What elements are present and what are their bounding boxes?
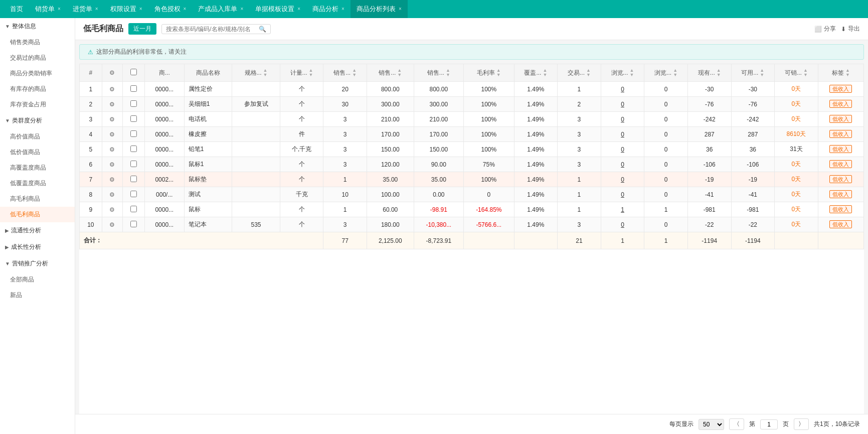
- browse-link[interactable]: 1: [621, 206, 624, 213]
- sidebar-item-销售类商品[interactable]: 销售类商品: [0, 35, 75, 50]
- cell-checkbox[interactable]: [122, 172, 144, 187]
- sort-icon-current_stock[interactable]: ▲▼: [717, 68, 721, 77]
- sidebar-item-高覆盖度商品[interactable]: 高覆盖度商品: [0, 160, 75, 176]
- browse-link[interactable]: 0: [621, 146, 624, 153]
- sidebar-item-高毛利商品[interactable]: 高毛利商品: [0, 191, 75, 207]
- sort-icon-cover_rate[interactable]: ▲▼: [543, 68, 547, 77]
- export-button[interactable]: ⬇ 导出: [841, 25, 860, 33]
- row-checkbox[interactable]: [130, 221, 137, 227]
- row-settings-icon[interactable]: ⚙: [109, 146, 115, 153]
- cell-row-settings[interactable]: ⚙: [102, 82, 122, 97]
- row-settings-icon[interactable]: ⚙: [109, 161, 115, 168]
- browse-link[interactable]: 0: [621, 191, 624, 198]
- prev-page-btn[interactable]: 〈: [729, 418, 744, 430]
- nav-item-角色授权[interactable]: 角色授权×: [148, 0, 193, 18]
- search-icon[interactable]: 🔍: [259, 26, 266, 33]
- sidebar-section-类群度分析[interactable]: ▼类群度分析: [0, 112, 75, 129]
- sidebar-item-交易过的商品[interactable]: 交易过的商品: [0, 50, 75, 66]
- row-checkbox[interactable]: [130, 191, 137, 197]
- row-settings-icon[interactable]: ⚙: [109, 206, 115, 213]
- cell-checkbox[interactable]: [122, 142, 144, 157]
- row-settings-icon[interactable]: ⚙: [109, 131, 115, 138]
- browse-link[interactable]: 0: [621, 86, 624, 93]
- cell-checkbox[interactable]: [122, 157, 144, 172]
- row-settings-icon[interactable]: ⚙: [109, 191, 115, 198]
- row-checkbox[interactable]: [130, 146, 137, 152]
- col-cover_rate[interactable]: 覆盖...▲▼: [514, 64, 558, 82]
- cell-checkbox[interactable]: [122, 217, 144, 232]
- row-checkbox[interactable]: [130, 100, 137, 107]
- sort-icon-sales_amount[interactable]: ▲▼: [446, 68, 450, 77]
- nav-close-icon[interactable]: ×: [95, 0, 98, 18]
- row-settings-icon[interactable]: ⚙: [109, 221, 115, 228]
- col-gross_rate[interactable]: 毛利率▲▼: [464, 64, 514, 82]
- nav-item-商品分析列表[interactable]: 商品分析列表×: [351, 0, 408, 18]
- nav-close-icon[interactable]: ×: [341, 0, 344, 18]
- nav-item-销货单[interactable]: 销货单×: [29, 0, 67, 18]
- col-browse2[interactable]: 浏览...▲▼: [644, 64, 688, 82]
- sidebar-section-营销推广分析[interactable]: ▼营销推广分析: [0, 255, 75, 272]
- sidebar-section-流通性分析[interactable]: ▶流通性分析: [0, 222, 75, 239]
- browse-link[interactable]: 0: [621, 221, 624, 228]
- sort-icon-available[interactable]: ▲▼: [760, 68, 764, 77]
- row-settings-icon[interactable]: ⚙: [109, 101, 115, 108]
- sort-icon-trade[interactable]: ▲▼: [586, 68, 591, 77]
- search-input[interactable]: [166, 26, 256, 33]
- browse-link[interactable]: 0: [621, 101, 624, 108]
- cell-row-settings[interactable]: ⚙: [102, 172, 122, 187]
- sidebar-item-低价值商品[interactable]: 低价值商品: [0, 144, 75, 160]
- col-trade[interactable]: 交易...▲▼: [558, 64, 601, 82]
- sidebar-item-库存资金占用[interactable]: 库存资金占用: [0, 97, 75, 112]
- sidebar-item-商品分类助销率[interactable]: 商品分类助销率: [0, 66, 75, 81]
- col-saleable[interactable]: 可销...▲▼: [775, 64, 818, 82]
- per-page-select[interactable]: 50 100 200: [699, 419, 724, 430]
- sidebar-item-新品[interactable]: 新品: [0, 287, 75, 303]
- cell-row-settings[interactable]: ⚙: [102, 112, 122, 127]
- sort-icon-saleable[interactable]: ▲▼: [803, 68, 808, 77]
- cell-row-settings[interactable]: ⚙: [102, 127, 122, 142]
- nav-close-icon[interactable]: ×: [139, 0, 142, 18]
- nav-item-权限设置[interactable]: 权限设置×: [104, 0, 148, 18]
- sidebar-item-全部商品[interactable]: 全部商品: [0, 272, 75, 287]
- nav-item-首页[interactable]: 首页: [4, 0, 29, 18]
- col-unit[interactable]: 计量...▲▼: [280, 64, 323, 82]
- row-checkbox[interactable]: [130, 115, 137, 122]
- sidebar-item-高价值商品[interactable]: 高价值商品: [0, 129, 75, 144]
- col-tag[interactable]: 标签▲▼: [818, 64, 863, 82]
- cell-row-settings[interactable]: ⚙: [102, 217, 122, 232]
- sort-icon-browse2[interactable]: ▲▼: [673, 68, 677, 77]
- cell-row-settings[interactable]: ⚙: [102, 142, 122, 157]
- row-settings-icon[interactable]: ⚙: [109, 176, 115, 183]
- filter-btn[interactable]: 近一月: [128, 23, 156, 35]
- col-code[interactable]: 商...: [144, 64, 184, 82]
- col-browse1[interactable]: 浏览...▲▼: [601, 64, 644, 82]
- col-available[interactable]: 可用...▲▼: [731, 64, 775, 82]
- col-sales_amount[interactable]: 销售...▲▼: [414, 64, 464, 82]
- cell-row-settings[interactable]: ⚙: [102, 187, 122, 202]
- nav-item-产成品入库单[interactable]: 产成品入库单×: [192, 0, 249, 18]
- nav-close-icon[interactable]: ×: [399, 0, 402, 18]
- row-checkbox[interactable]: [130, 130, 137, 137]
- cell-checkbox[interactable]: [122, 187, 144, 202]
- sidebar-section-整体信息[interactable]: ▼整体信息: [0, 18, 75, 35]
- row-checkbox[interactable]: [130, 176, 137, 182]
- nav-item-进货单[interactable]: 进货单×: [67, 0, 104, 18]
- cell-checkbox[interactable]: [122, 97, 144, 112]
- browse-link[interactable]: 0: [621, 176, 624, 183]
- row-checkbox[interactable]: [130, 161, 137, 167]
- cell-checkbox[interactable]: [122, 112, 144, 127]
- nav-close-icon[interactable]: ×: [297, 0, 300, 18]
- sort-icon-tag[interactable]: ▲▼: [845, 68, 850, 77]
- sidebar-item-低覆盖度商品[interactable]: 低覆盖度商品: [0, 176, 75, 191]
- cell-checkbox[interactable]: [122, 82, 144, 97]
- row-settings-icon[interactable]: ⚙: [109, 116, 115, 123]
- cell-row-settings[interactable]: ⚙: [102, 157, 122, 172]
- sidebar-section-成长性分析[interactable]: ▶成长性分析: [0, 239, 75, 255]
- next-page-btn[interactable]: 〉: [794, 418, 809, 430]
- col-name[interactable]: 商品名称: [184, 64, 232, 82]
- browse-link[interactable]: 0: [621, 131, 624, 138]
- sort-icon-browse1[interactable]: ▲▼: [630, 68, 634, 77]
- cell-row-settings[interactable]: ⚙: [102, 202, 122, 217]
- sort-icon-unit[interactable]: ▲▼: [309, 68, 313, 77]
- nav-item-商品分析[interactable]: 商品分析×: [306, 0, 351, 18]
